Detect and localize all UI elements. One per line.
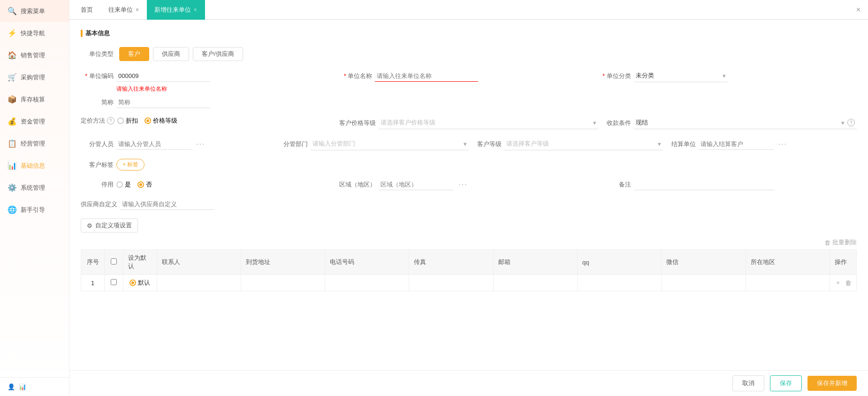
sidebar-item-purchase[interactable]: 🛒 采购管理 [0,66,69,88]
customer-tag-field: 客户标签 + 标签 [81,159,857,171]
sidebar-item-operations[interactable]: 📋 经营管理 [0,132,69,155]
sidebar-item-tutorial[interactable]: 🌐 新手引导 [0,199,69,221]
radio-yes-circle [116,181,123,188]
tag-area: + 标签 [116,159,145,171]
settlement-unit-input[interactable] [699,139,774,150]
settlement-unit-dots-button[interactable]: ··· [777,140,789,148]
sidebar-item-label: 经营管理 [21,140,45,148]
short-name-input[interactable] [116,97,210,108]
cell-phone-input[interactable] [330,280,404,287]
payment-terms-chevron-icon: ▾ [841,119,845,126]
unit-category-select[interactable]: 未分类 ▾ [634,70,728,82]
tab-new-partner[interactable]: 新增往来单位 × [147,0,205,20]
cell-fax [409,275,493,291]
supplier-custom-input[interactable] [120,199,214,210]
disabled-region-row: 停用 是 否 区域（地区） ··· 备注 [81,179,857,190]
customer-level-label: 客户等级 [469,140,502,148]
row-checkbox[interactable] [111,279,117,285]
sidebar-item-finance[interactable]: 💰 资金管理 [0,110,69,132]
department-field: 分管部门 请输入分管部门 ▾ [275,138,469,150]
short-name-row: 简称 [81,97,857,108]
sidebar-item-basic[interactable]: 📊 基础信息 [0,155,69,177]
pricing-help-icon[interactable]: ? [107,117,114,124]
tab-partners[interactable]: 往来单位 × [101,0,147,20]
sidebar-item-label: 采购管理 [21,73,45,82]
remark-input[interactable] [634,179,775,190]
tab-bar-close-button[interactable]: × [853,4,864,16]
custom-settings-button[interactable]: ⚙ 自定义项设置 [81,218,138,233]
unit-code-input[interactable] [116,70,210,82]
col-checkbox [105,250,123,275]
sidebar-item-label: 新手引导 [21,206,45,214]
batch-delete-label: 批量删除 [832,238,857,247]
unit-name-input[interactable] [375,70,478,82]
row-default-radio[interactable]: 默认 [128,279,152,287]
unit-category-field: * 单位分类 未分类 ▾ [598,70,857,82]
sidebar-item-inventory[interactable]: 📦 库存核算 [0,88,69,110]
cell-address-input[interactable] [246,280,320,287]
batch-delete-button[interactable]: 🗑 批量删除 [824,238,857,247]
sidebar-item-label: 搜索菜单 [21,7,45,16]
delete-row-icon[interactable]: 🗑 [845,279,852,287]
customer-level-field: 客户等级 请选择客户等级 ▾ [469,138,663,150]
contact-table: 序号 设为默认 联系人 到货地址 电话号码 传真 邮箱 qq 微信 所在地区 操… [81,249,857,291]
save-button[interactable]: 保存 [770,375,802,391]
cell-fax-input[interactable] [414,280,488,287]
quick-nav-icon: ⚡ [8,29,17,38]
type-btn-supplier[interactable]: 供应商 [153,47,189,61]
supplier-custom-row: 供应商自定义 [81,199,857,210]
customer-price-level-label: 客户价格等级 [339,119,376,127]
gear-icon: ⚙ [87,222,92,229]
add-tag-button[interactable]: + 标签 [116,159,145,171]
customer-price-level-placeholder: 请选择客户价格等级 [381,118,593,127]
cell-wechat-input[interactable] [666,280,740,287]
basic-icon: 📊 [8,161,17,170]
payment-terms-value: 现结 [636,118,648,127]
save-new-button[interactable]: 保存并新增 [807,376,857,391]
unit-name-field: * 单位名称 [339,70,598,82]
department-placeholder: 请输入分管部门 [312,140,464,148]
row-default-label: 默认 [138,279,150,287]
radio-yes[interactable]: 是 [116,180,131,189]
cell-contact-input[interactable] [162,280,236,287]
sidebar-item-system[interactable]: ⚙️ 系统管理 [0,177,69,199]
cell-wechat [662,275,746,291]
select-all-checkbox[interactable] [111,258,117,264]
customer-price-level-chevron-icon: ▾ [593,119,596,126]
region-input[interactable] [379,179,454,190]
tab-partners-close-icon[interactable]: × [136,7,139,13]
radio-price-level-label: 价格等级 [153,116,177,125]
customer-price-level-select[interactable]: 请选择客户价格等级 ▾ [379,116,598,129]
custom-settings-label: 自定义项设置 [95,221,132,230]
sidebar-item-quick-nav[interactable]: ⚡ 快捷导航 [0,22,69,44]
department-select[interactable]: 请输入分管部门 ▾ [311,138,469,150]
radio-price-level[interactable]: 价格等级 [145,116,177,125]
cell-qq-input[interactable] [582,280,656,287]
sidebar-item-sales[interactable]: 🏠 销售管理 [0,44,69,66]
add-row-icon[interactable]: ＋ [835,279,841,287]
payment-terms-label: 收款条件 [598,119,631,127]
customer-level-select[interactable]: 请选择客户等级 ▾ [504,138,663,150]
cancel-button[interactable]: 取消 [732,375,764,391]
payment-terms-select[interactable]: 现结 ▾ ? [634,116,857,129]
radio-no-label: 否 [146,180,152,189]
radio-no[interactable]: 否 [137,180,152,189]
manager-dots-button[interactable]: ··· [194,140,207,148]
finance-icon: 💰 [8,117,17,126]
delete-icon: 🗑 [824,239,830,246]
cell-region-input[interactable] [751,280,825,287]
sidebar-item-search[interactable]: 🔍 搜索菜单 [0,0,69,22]
pricing-method-field: 定价方法 ? 折扣 价格等级 [81,116,339,125]
manager-input[interactable] [116,139,191,150]
tab-new-partner-close-icon[interactable]: × [194,7,197,13]
type-btn-both[interactable]: 客户/供应商 [193,47,243,61]
region-dots-button[interactable]: ··· [457,180,469,189]
radio-discount[interactable]: 折扣 [117,116,138,125]
tab-home[interactable]: 首页 [73,0,101,20]
row-actions: ＋ 🗑 [835,279,852,287]
cell-email-input[interactable] [498,280,572,287]
short-name-field: 简称 [81,97,857,108]
cell-contact [157,275,241,291]
type-btn-customer[interactable]: 客户 [119,47,149,61]
payment-terms-help-icon[interactable]: ? [847,119,855,126]
